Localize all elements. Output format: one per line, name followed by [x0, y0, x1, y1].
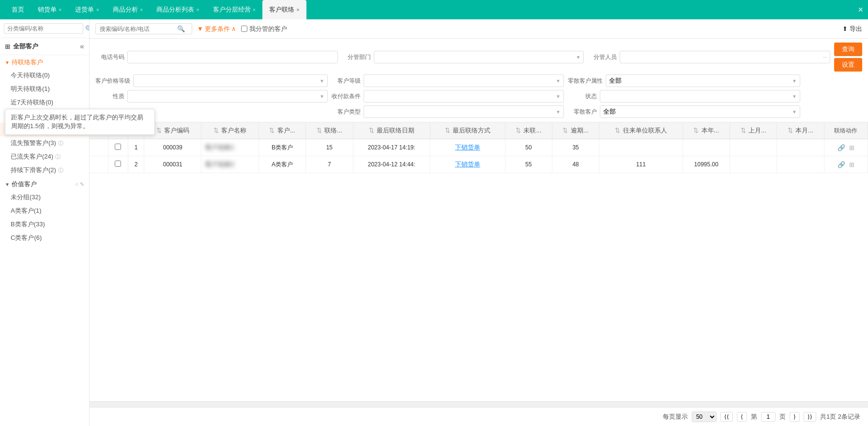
row2-last-method[interactable]: 下销货单 — [430, 156, 505, 173]
filter-payment-select[interactable]: ▼ — [364, 90, 564, 103]
value-group-edit-icons[interactable]: ○ ✎ — [75, 181, 84, 188]
col-this-month-header[interactable]: ⇅ 本月... — [777, 122, 824, 139]
row1-checkbox-input[interactable] — [115, 144, 121, 150]
col-last-month-header[interactable]: ⇅ 上月... — [730, 122, 777, 139]
filter-customer-type-select[interactable]: ▼ — [364, 105, 564, 118]
sidebar-item-b-class[interactable]: B类客户(33) — [0, 218, 89, 231]
nav-home[interactable]: 首页 — [5, 0, 31, 19]
sidebar-item-c-class[interactable]: C类客户(6) — [0, 231, 89, 245]
col-last-date-sort-icon: ⇅ — [369, 127, 374, 134]
page-number-input[interactable] — [761, 412, 776, 422]
window-close-button[interactable]: × — [858, 5, 863, 15]
sidebar-item-today[interactable]: 今天待联络(0) — [0, 69, 89, 82]
nav-customer-management[interactable]: 客户分层经营 × — [206, 0, 262, 19]
sidebar-all-customers-header: ⊞ 全部客户 « — [0, 38, 89, 55]
row1-last-method[interactable]: 下销货单 — [430, 139, 505, 156]
row2-action-grid-icon[interactable]: ⊞ — [849, 161, 854, 168]
col-contact-header[interactable]: ⇅ 联络... — [306, 122, 353, 139]
nature-caret-icon: ▼ — [320, 94, 324, 99]
sidebar-item-ungrouped[interactable]: 未分组(32) — [0, 191, 89, 204]
col-last-date-header[interactable]: ⇅ 最后联络日期 — [353, 122, 430, 139]
dept-caret-icon: ▼ — [576, 55, 580, 60]
row2-action-link-icon[interactable]: 🔗 — [838, 161, 845, 168]
my-customers-filter: 我分管的客户 — [241, 25, 287, 33]
col-type-header[interactable]: ⇅ 客户... — [259, 122, 305, 139]
next-page-button[interactable]: ⟩ — [790, 412, 800, 422]
filter-status-select[interactable]: ▼ — [600, 90, 800, 103]
first-page-button[interactable]: ⟨⟨ — [720, 412, 733, 422]
page-size-select[interactable]: 50 100 200 — [692, 411, 716, 422]
sidebar-collapse-button[interactable]: « — [80, 42, 84, 51]
sidebar-item-tomorrow[interactable]: 明天待联络(1) — [0, 82, 89, 96]
row1-last-date: 2023-04-17 14:19: — [353, 139, 430, 156]
nav-sales-order-close[interactable]: × — [59, 7, 61, 13]
nav-product-analysis-list[interactable]: 商品分析列表 × — [150, 0, 206, 19]
last-page-button[interactable]: ⟩⟩ — [804, 412, 816, 422]
row1-last-method-link[interactable]: 下销货单 — [455, 144, 480, 151]
nav-customer-contact[interactable]: 客户联络 × — [262, 0, 306, 19]
col-this-year-header[interactable]: ⇅ 本年... — [683, 122, 730, 139]
col-overdue-sort-icon: ⇅ — [563, 127, 568, 134]
row1-action-link-icon[interactable]: 🔗 — [838, 144, 845, 151]
nav-purchase-order[interactable]: 进货单 × — [68, 0, 106, 19]
declining-info-icon[interactable]: ⓘ — [58, 167, 63, 174]
churn-warning-info-icon[interactable]: ⓘ — [58, 140, 63, 147]
nav-product-analysis-list-close[interactable]: × — [196, 7, 199, 13]
row2-index: 2 — [128, 156, 144, 173]
filter-phone-input[interactable] — [127, 51, 338, 63]
filter-search-icon[interactable]: 🔍 — [177, 25, 185, 32]
filter-person-label: 分管人员 — [588, 53, 617, 61]
filter-retail-customer-select[interactable]: 全部 ▼ — [600, 105, 800, 118]
sidebar-item-churn-warning[interactable]: 流失预警客户(3) ⓘ — [0, 136, 89, 150]
row1-settings — [90, 139, 108, 156]
col-overdue-header[interactable]: ⇅ 逾期... — [552, 122, 599, 139]
row2-contact: 7 — [306, 156, 353, 173]
sidebar-value-group[interactable]: ▼ 价值客户 ○ ✎ — [0, 177, 89, 191]
sidebar-search-icon[interactable]: 🔍 — [85, 25, 90, 32]
filter-icon: ▼ — [197, 25, 203, 32]
churned-info-icon[interactable]: ⓘ — [55, 153, 61, 161]
row2-checkbox[interactable] — [108, 156, 128, 173]
filter-customer-level-select[interactable]: ▼ — [364, 74, 564, 87]
filter-retail-attr-select[interactable]: 全部 ▼ — [606, 74, 800, 87]
row1-checkbox[interactable] — [108, 139, 128, 156]
query-button[interactable]: 查询 — [834, 43, 862, 56]
col-actions-header: 联络动作 — [824, 122, 868, 139]
row2-checkbox-input[interactable] — [115, 161, 121, 167]
filter-price-level-select[interactable]: ▼ — [133, 74, 328, 87]
nav-customer-contact-close[interactable]: × — [296, 7, 299, 13]
sidebar-item-7days[interactable]: 近7天待联络(0) — [0, 96, 89, 109]
my-customers-checkbox[interactable] — [241, 26, 247, 32]
col-contacts-header[interactable]: ⇅ 往来单位联系人 — [599, 122, 683, 139]
row1-last-month — [730, 139, 777, 156]
nav-sales-order[interactable]: 销货单 × — [31, 0, 68, 19]
col-name-header[interactable]: ⇅ 客户名称 — [201, 122, 259, 139]
nav-product-analysis[interactable]: 商品分析 × — [106, 0, 150, 19]
filter-person-select[interactable]: ··· — [620, 51, 830, 63]
row1-action-grid-icon[interactable]: ⊞ — [849, 144, 854, 151]
content-area: 🔍 ▼ 更多条件 ∧ 我分管的客户 ⬆ 导出 电话号码 — [90, 19, 868, 426]
nav-product-analysis-close[interactable]: × — [140, 7, 143, 13]
sidebar-pending-group[interactable]: ▼ 待联络客户 — [0, 55, 89, 69]
sidebar-item-a-class[interactable]: A类客户(1) — [0, 204, 89, 218]
row2-this-month — [777, 156, 824, 173]
sidebar-item-churned[interactable]: 已流失客户(24) ⓘ — [0, 150, 89, 163]
col-unread-header[interactable]: ⇅ 未联... — [505, 122, 552, 139]
nav-purchase-order-close[interactable]: × — [96, 7, 99, 13]
sidebar-search-input[interactable] — [4, 23, 83, 34]
filter-more-conditions[interactable]: ▼ 更多条件 ∧ — [197, 25, 236, 33]
nav-customer-management-close[interactable]: × — [253, 7, 256, 13]
col-this-month-sort-icon: ⇅ — [788, 127, 793, 134]
filter-search-container: 🔍 — [95, 23, 192, 34]
sidebar-item-declining[interactable]: 持续下滑客户(2) ⓘ — [0, 163, 89, 177]
filter-search-input[interactable] — [100, 26, 177, 32]
filter-dept-select[interactable]: ▼ — [374, 51, 584, 63]
prev-page-button[interactable]: ⟨ — [737, 412, 747, 422]
filter-nature-label: 性质 — [95, 92, 124, 101]
horizontal-scrollbar[interactable] — [90, 401, 868, 407]
row2-last-method-link[interactable]: 下销货单 — [455, 161, 480, 168]
col-last-method-header[interactable]: ⇅ 最后联络方式 — [430, 122, 505, 139]
export-button[interactable]: ⬆ 导出 — [842, 25, 862, 33]
setting-button[interactable]: 设置 — [834, 58, 862, 72]
filter-nature-select[interactable]: ▼ — [127, 90, 328, 103]
